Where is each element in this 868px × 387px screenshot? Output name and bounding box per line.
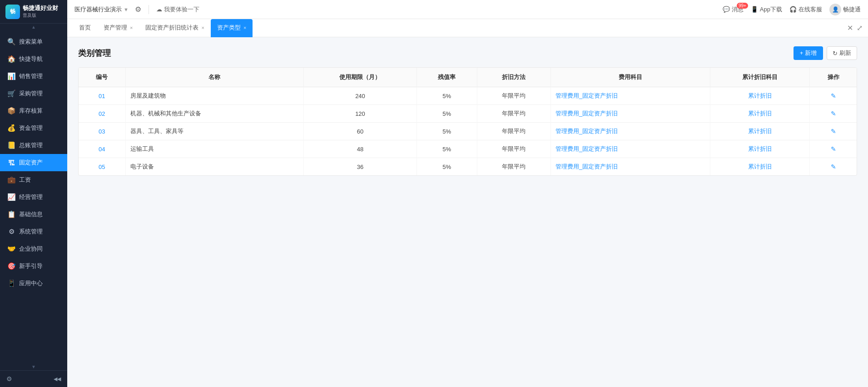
col-header: 残值率: [417, 68, 477, 87]
cell-period: 120: [304, 105, 417, 123]
guide-icon: 🎯: [7, 262, 15, 270]
topbar-settings-icon[interactable]: ⚙: [135, 5, 141, 14]
sidebar-item-purchase[interactable]: 🛒采购管理: [0, 85, 67, 102]
category-table: 编号名称使用期限（月）残值率折旧方法费用科目累计折旧科目操作 01 房屋及建筑物…: [79, 68, 857, 175]
demo-label: 医疗器械行业演示: [74, 5, 122, 14]
cell-accum: 累计折旧: [710, 123, 810, 140]
sidebar-item-payroll[interactable]: 💼工资: [0, 171, 67, 189]
col-header: 编号: [79, 68, 125, 87]
app-download-button[interactable]: 📱 App下载: [751, 5, 782, 14]
cell-action[interactable]: ✎: [810, 87, 857, 105]
tab-close-asset-mgmt[interactable]: ×: [130, 25, 133, 30]
sidebar-item-app-center[interactable]: 📱应用中心: [0, 275, 67, 292]
message-badge: 99+: [737, 3, 748, 9]
cell-code: 05: [79, 158, 125, 176]
sidebar-item-funds[interactable]: 💰资金管理: [0, 119, 67, 137]
sidebar-item-fixed-assets[interactable]: 🏗固定资产: [0, 154, 67, 171]
scroll-down-area: ▼: [0, 363, 67, 370]
app-center-icon: 📱: [7, 279, 15, 288]
logo-text: 畅捷通好业财 普及版: [23, 5, 58, 19]
nav-label-purchase: 采购管理: [19, 89, 43, 98]
cell-method: 年限平均: [477, 105, 551, 123]
cell-residual: 5%: [417, 105, 477, 123]
sidebar-nav: 🔍搜索菜单🏠快捷导航📊销售管理🛒采购管理📦库存核算💰资金管理📒总账管理🏗固定资产…: [0, 30, 67, 363]
fixed-assets-icon: 🏗: [7, 159, 15, 167]
sidebar-item-guide[interactable]: 🎯新手引导: [0, 258, 67, 275]
cell-expense: 管理费用_固定资产折旧: [551, 105, 710, 123]
nav-label-search: 搜索菜单: [19, 38, 43, 46]
sidebar-item-cooperation[interactable]: 🤝企业协同: [0, 240, 67, 258]
sidebar-item-ledger[interactable]: 📒总账管理: [0, 137, 67, 154]
user-button[interactable]: 👤 畅捷通: [829, 4, 861, 15]
col-header: 使用期限（月）: [304, 68, 417, 87]
experience-button[interactable]: ☁ 我要体验一下: [156, 5, 199, 14]
cell-period: 48: [304, 140, 417, 158]
message-button[interactable]: 💬 消息 99+: [723, 5, 744, 14]
sidebar-item-sales[interactable]: 📊销售管理: [0, 68, 67, 85]
nav-label-sales: 销售管理: [19, 72, 43, 80]
sidebar-item-system[interactable]: ⚙系统管理: [0, 223, 67, 240]
nav-label-app-center: 应用中心: [19, 279, 43, 288]
sidebar-item-quick-nav[interactable]: 🏠快捷导航: [0, 50, 67, 68]
cell-action[interactable]: ✎: [810, 140, 857, 158]
sidebar-item-inventory[interactable]: 📦库存核算: [0, 102, 67, 119]
cell-name: 器具、工具、家具等: [125, 123, 304, 140]
sidebar-item-operations[interactable]: 📈经营管理: [0, 189, 67, 206]
operations-icon: 📈: [7, 193, 15, 201]
col-header: 累计折旧科目: [710, 68, 810, 87]
cell-method: 年限平均: [477, 123, 551, 140]
cell-action[interactable]: ✎: [810, 105, 857, 123]
tab-label-home: 首页: [79, 24, 91, 32]
service-button[interactable]: 🎧 在线客服: [789, 5, 822, 14]
cell-code: 04: [79, 140, 125, 158]
tab-home[interactable]: 首页: [73, 19, 97, 37]
settings-footer-icon[interactable]: ⚙: [6, 375, 12, 382]
tab-depreciation[interactable]: 固定资产折旧统计表×: [139, 19, 210, 37]
cell-accum: 累计折旧: [710, 105, 810, 123]
demo-selector[interactable]: 医疗器械行业演示 ▼: [74, 5, 129, 14]
edit-icon-2[interactable]: ✎: [831, 128, 836, 135]
avatar: 👤: [829, 4, 841, 15]
message-icon: 💬: [723, 6, 730, 13]
table-row: 04 运输工具 48 5% 年限平均 管理费用_固定资产折旧 累计折旧 ✎: [79, 140, 857, 158]
nav-label-basic-info: 基础信息: [19, 210, 43, 218]
service-icon: 🎧: [789, 6, 797, 13]
col-header: 折旧方法: [477, 68, 551, 87]
basic-info-icon: 📋: [7, 210, 15, 218]
purchase-icon: 🛒: [7, 89, 15, 98]
refresh-button[interactable]: ↻ 刷新: [827, 46, 857, 60]
user-label: 畅捷通: [843, 5, 861, 14]
cell-residual: 5%: [417, 158, 477, 176]
cloud-icon: ☁: [156, 6, 162, 13]
col-header: 费用科目: [551, 68, 710, 87]
topbar-right: 💬 消息 99+ 📱 App下载 🎧 在线客服 👤 畅捷通: [723, 4, 861, 15]
tab-asset-type[interactable]: 资产类型×: [211, 19, 253, 37]
edit-icon-4[interactable]: ✎: [831, 163, 836, 170]
sidebar-item-basic-info[interactable]: 📋基础信息: [0, 206, 67, 223]
edit-icon-0[interactable]: ✎: [831, 92, 836, 99]
edit-icon-1[interactable]: ✎: [831, 110, 836, 117]
cell-action[interactable]: ✎: [810, 123, 857, 140]
app-name: 畅捷通好业财: [23, 5, 58, 12]
nav-label-operations: 经营管理: [19, 193, 43, 201]
sidebar-logo: 畅 畅捷通好业财 普及版: [0, 0, 67, 24]
cell-expense: 管理费用_固定资产折旧: [551, 87, 710, 105]
new-button[interactable]: + 新增: [794, 46, 823, 60]
close-tab-icon[interactable]: ✕: [847, 24, 853, 32]
funds-icon: 💰: [7, 124, 15, 132]
tab-label-asset-type: 资产类型: [217, 24, 241, 32]
cell-name: 房屋及建筑物: [125, 87, 304, 105]
collapse-icon[interactable]: ◀◀: [54, 376, 61, 382]
nav-label-fixed-assets: 固定资产: [19, 159, 43, 167]
tab-close-depreciation[interactable]: ×: [201, 25, 204, 30]
sidebar-item-search[interactable]: 🔍搜索菜单: [0, 33, 67, 50]
nav-label-payroll: 工资: [19, 176, 31, 184]
payroll-icon: 💼: [7, 176, 15, 184]
cell-period: 60: [304, 123, 417, 140]
expand-tab-icon[interactable]: ⤢: [857, 24, 863, 32]
cell-code: 03: [79, 123, 125, 140]
edit-icon-3[interactable]: ✎: [831, 145, 836, 153]
cell-action[interactable]: ✎: [810, 158, 857, 176]
tab-close-asset-type[interactable]: ×: [243, 25, 246, 30]
tab-asset-mgmt[interactable]: 资产管理×: [97, 19, 139, 37]
